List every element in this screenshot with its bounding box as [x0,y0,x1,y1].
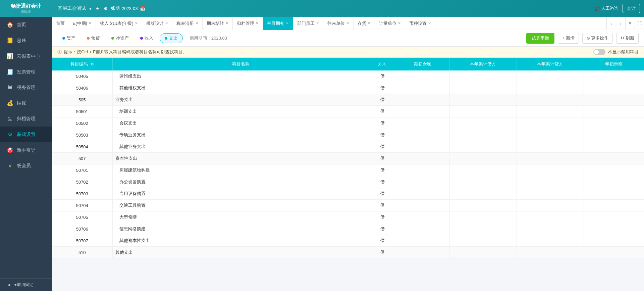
filter-tab-income[interactable]: 收入 [135,33,158,43]
tab-template-close[interactable]: ✕ [165,21,168,26]
table-row[interactable]: 50706 信息网络购建 借 [52,223,644,235]
table-row[interactable]: 505 业务支出 借 [52,94,644,106]
col-code-settings-icon[interactable]: ⚙ [91,62,94,66]
account-button[interactable]: 会计 [623,4,640,13]
tab-contacts-label: 往来单位 [327,20,345,27]
tab-inventory[interactable]: 存货 ✕ [354,17,375,30]
cell-init [584,117,644,129]
cell-dir: 借 [369,129,396,141]
tab-dept[interactable]: 部门员工 ✕ [293,17,323,30]
cell-debit [449,200,517,211]
collapse-icon: ◄ [7,282,11,287]
tab-annual[interactable]: 收入支出表(年报) ✕ [96,17,142,30]
cell-balance [396,82,449,94]
tab-period-end[interactable]: 期末结转 ✕ [203,17,233,30]
sidebar-item-invoice[interactable]: 🧾 发票管理 [0,64,52,80]
tab-subject-init-close[interactable]: ✕ [286,21,289,26]
sidebar-item-reports[interactable]: 📊 云报表中心 [0,48,52,64]
cell-code: 50705 [52,211,112,223]
header-actions: 试算平衡 + 新增 ⊕ 更多操作 ↻ 刷新 [526,33,639,44]
tab-archive-close[interactable]: ✕ [256,21,259,26]
calendar-icon[interactable]: 📅 [140,6,145,11]
tab-contacts[interactable]: 往来单位 ✕ [323,17,354,30]
tab-midterm[interactable]: £(中期) ✕ [69,17,96,30]
logo-area: 畅捷通好会计 旗舰版 [4,3,48,14]
tab-contacts-close[interactable]: ✕ [346,21,349,26]
sidebar-label-ledger: 总账 [17,38,26,44]
table-row[interactable]: 50703 专用设备购置 借 [52,188,644,200]
cell-balance [396,94,449,106]
add-project-icon[interactable]: ＋ [95,5,100,12]
cell-code: 50501 [52,106,112,117]
tab-close-all-btn[interactable]: ✕ [625,17,635,30]
sidebar-item-archive[interactable]: 🗂 归档管理 [0,111,52,127]
filter-tabs: 资产 负债 净资产 收入 支出 启用期间：2023.03 [57,33,227,43]
filter-tab-liability[interactable]: 负债 [82,33,105,43]
filter-tab-asset[interactable]: 资产 [57,33,80,43]
table-row[interactable]: 50405 运维维支出 借 [52,70,644,82]
cell-dir: 借 [369,188,396,200]
table-row[interactable]: 50503 专项业务支出 借 [52,129,644,141]
tab-prev-btn[interactable]: ‹ [606,17,616,30]
table-row[interactable]: 50702 办公设备购置 借 [52,176,644,188]
tab-unit[interactable]: 计量单位 ✕ [375,17,405,30]
add-button[interactable]: + 新增 [558,33,579,44]
tab-home[interactable]: 首页 [52,17,69,30]
table-row[interactable]: 50501 培训支出 借 [52,106,644,117]
tab-annual-close[interactable]: ✕ [135,21,138,26]
project-dropdown-icon[interactable]: ▾ [89,6,92,11]
sidebar-item-guide[interactable]: 🎯 新手引导 [0,142,52,158]
table-row[interactable]: 50502 会议支出 借 [52,117,644,129]
cell-init [584,164,644,176]
filter-tab-equity[interactable]: 净资产 [106,33,134,43]
tab-archive[interactable]: 归档管理 ✕ [233,17,263,30]
table-row[interactable]: 50704 交通工具购置 借 [52,200,644,211]
cell-balance [396,164,449,176]
sidebar-item-member[interactable]: V 畅会员 [0,158,52,174]
table-row[interactable]: 50705 大型修缮 借 [52,211,644,223]
tab-next-btn[interactable]: › [616,17,625,30]
sidebar-item-home[interactable]: 🏠 首页 [0,17,52,33]
filter-tab-expense[interactable]: 支出 [160,33,183,43]
content-header: 资产 负债 净资产 收入 支出 启用期间：2023.03 试算平衡 + 新增 [52,30,644,47]
table-row[interactable]: 50707 其他资本性支出 借 [52,235,644,247]
refresh-button[interactable]: ↻ 刷新 [616,33,639,44]
table-row[interactable]: 507 资本性支出 借 [52,153,644,164]
table-row[interactable]: 510 其他支出 借 [52,247,644,258]
sidebar-item-tax[interactable]: 🏛 税务管理 [0,80,52,95]
logo-edition: 旗舰版 [21,9,31,14]
sidebar-item-settings[interactable]: ⚙ 基础设置 [0,127,52,142]
sidebar-item-close[interactable]: 💰 结账 [0,95,52,111]
tab-tax-close[interactable]: ✕ [195,21,198,26]
tab-currency-label: 币种设置 [409,20,427,27]
sidebar-item-ledger[interactable]: 📒 总账 [0,33,52,48]
tab-tax[interactable]: 税表清册 ✕ [172,17,203,30]
tab-unit-close[interactable]: ✕ [398,21,401,26]
tab-currency[interactable]: 币种设置 ✕ [405,17,435,30]
tab-currency-close[interactable]: ✕ [428,21,431,26]
calc-balance-button[interactable]: 试算平衡 [526,33,554,44]
table-row[interactable]: 50406 其他维权支出 借 [52,82,644,94]
cell-init [584,247,644,258]
more-actions-button[interactable]: ⊕ 更多操作 [582,33,613,44]
cell-debit [449,235,517,247]
cell-debit [449,211,517,223]
cell-dir: 借 [369,82,396,94]
cell-credit [517,94,584,106]
cell-code: 50405 [52,70,112,82]
cell-credit [517,247,584,258]
tab-subject-init[interactable]: 科目期初 ✕ [263,17,293,30]
disable-toggle[interactable] [593,49,605,55]
tab-template[interactable]: 模版设计 ✕ [142,17,172,30]
tab-period-end-close[interactable]: ✕ [225,21,228,26]
tab-midterm-close[interactable]: ✕ [89,21,92,26]
tab-dept-close[interactable]: ✕ [316,21,319,26]
cell-name: 专用设备购置 [112,188,369,200]
help-button[interactable]: 🎧 人工咨询 [594,5,619,11]
tab-inventory-close[interactable]: ✕ [368,21,371,26]
settings-icon[interactable]: ⚙ [104,6,108,11]
sidebar-collapse[interactable]: ◄ ◄取消固定 [0,278,52,291]
tab-expand-btn[interactable]: ⛶ [635,17,644,30]
table-row[interactable]: 50701 房屋建筑物购建 借 [52,164,644,176]
table-row[interactable]: 50504 其他业务支出 借 [52,141,644,153]
